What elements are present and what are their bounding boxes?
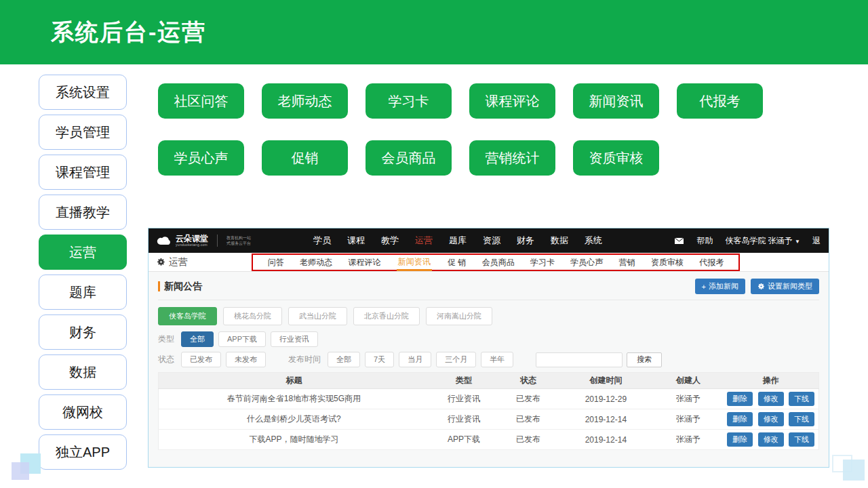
- subnav-item-member-products[interactable]: 会员商品: [482, 257, 515, 268]
- time-option-all[interactable]: 全部: [328, 352, 360, 367]
- feature-button-news[interactable]: 新闻资讯: [573, 83, 659, 119]
- status-option-published[interactable]: 已发布: [181, 352, 221, 367]
- edit-button[interactable]: 修改: [758, 432, 784, 447]
- school-tab-xiakedao[interactable]: 侠客岛学院: [158, 307, 217, 325]
- admin-nav-courses[interactable]: 课程: [347, 235, 365, 247]
- admin-body: 新闻公告 + 添加新闻 设置新闻类型 侠客岛学: [149, 272, 829, 450]
- school-tab-beijing-xiangshan[interactable]: 北京香山分院: [353, 307, 420, 325]
- subnav-item-study-card[interactable]: 学习卡: [530, 257, 555, 268]
- admin-subnav: 运营 问答 老师动态 课程评论 新闻资讯 促 销 会员商品 学习卡 学员心声 营…: [149, 253, 829, 272]
- feature-button-member-products[interactable]: 会员商品: [366, 140, 452, 176]
- set-news-type-button[interactable]: 设置新闻类型: [751, 279, 819, 294]
- delete-button[interactable]: 删除: [727, 392, 753, 406]
- school-tab-wudangshan[interactable]: 武当山分院: [288, 307, 347, 325]
- sidebar-item-system-settings[interactable]: 系统设置: [39, 75, 127, 110]
- type-option-all[interactable]: 全部: [181, 331, 214, 347]
- cell-created: 2019-12-14: [558, 409, 654, 430]
- sidebar-item-operations[interactable]: 运营: [39, 235, 127, 270]
- cell-title: 什么是剑桥少儿英语考试?: [159, 409, 429, 430]
- type-option-app-download[interactable]: APP下载: [218, 331, 266, 347]
- plus-icon: +: [702, 283, 706, 291]
- edit-button[interactable]: 修改: [758, 392, 784, 406]
- feature-button-student-voice[interactable]: 学员心声: [158, 140, 244, 176]
- admin-navbar: 云朵课堂 yunduoketang.com 教育机构一站 式服务云平台 学员 课…: [149, 228, 829, 253]
- subnav-item-marketing[interactable]: 营销: [619, 257, 635, 268]
- logo-text: 云朵课堂: [176, 235, 208, 243]
- feature-button-qualification-review[interactable]: 资质审核: [573, 140, 659, 176]
- type-filter-label: 类型: [158, 333, 174, 345]
- admin-nav-operations[interactable]: 运营: [415, 235, 433, 247]
- subnav-item-qualification-review[interactable]: 资质审核: [651, 257, 684, 268]
- feature-button-study-card[interactable]: 学习卡: [366, 83, 452, 119]
- feature-button-exam-registration[interactable]: 代报考: [677, 83, 763, 119]
- page: 系统后台-运营 系统设置 学员管理 课程管理 直播教学 运营 题库 财务 数据 …: [0, 0, 868, 488]
- table-header-row: 标题 类型 状态 创建时间 创建人 操作: [159, 373, 819, 389]
- feature-button-promotion[interactable]: 促销: [262, 140, 348, 176]
- school-tab-henan-songshan[interactable]: 河南嵩山分院: [426, 307, 492, 325]
- admin-nav-data[interactable]: 数据: [551, 235, 568, 247]
- subnav-item-promotion[interactable]: 促 销: [448, 257, 466, 268]
- section-accent-bar: [158, 281, 160, 291]
- time-option-half-year[interactable]: 半年: [481, 352, 513, 367]
- offline-button[interactable]: 下线: [789, 392, 814, 406]
- time-option-3months[interactable]: 三个月: [436, 352, 476, 367]
- decor-square-lavender: [12, 462, 29, 480]
- subnav-item-teacher-updates[interactable]: 老师动态: [300, 257, 332, 268]
- mail-icon[interactable]: [674, 237, 684, 245]
- help-link[interactable]: 帮助: [696, 235, 713, 247]
- offline-button[interactable]: 下线: [789, 412, 814, 426]
- admin-nav-finance[interactable]: 财务: [517, 235, 534, 247]
- admin-nav-items: 学员 课程 教学 运营 题库 资源 财务 数据 系统: [313, 235, 602, 247]
- col-header-title: 标题: [159, 373, 429, 389]
- sidebar-item-standalone-app[interactable]: 独立APP: [39, 434, 127, 470]
- cell-operations: 删除 修改 下线: [723, 430, 818, 450]
- admin-nav-system[interactable]: 系统: [585, 235, 602, 247]
- subnav-item-news[interactable]: 新闻资讯: [397, 253, 432, 271]
- cell-title: 春节前河南全省18地市将实现5G商用: [159, 389, 429, 409]
- sidebar-item-course-management[interactable]: 课程管理: [39, 155, 127, 190]
- admin-nav-students[interactable]: 学员: [313, 235, 331, 247]
- status-filter-label: 状态: [158, 354, 174, 365]
- add-news-button[interactable]: + 添加新闻: [695, 279, 745, 294]
- news-section-title: 新闻公告: [164, 281, 202, 293]
- chevron-down-icon: ▼: [795, 239, 800, 245]
- sidebar-item-finance[interactable]: 财务: [39, 314, 127, 350]
- table-row: 什么是剑桥少儿英语考试? 行业资讯 已发布 2019-12-14 张涵予 删除 …: [159, 409, 819, 430]
- offline-button[interactable]: 下线: [789, 432, 814, 447]
- sidebar-item-question-bank[interactable]: 题库: [39, 274, 127, 310]
- sidebar-item-micro-school[interactable]: 微网校: [39, 394, 127, 430]
- sidebar-item-data[interactable]: 数据: [39, 354, 127, 390]
- status-option-unpublished[interactable]: 未发布: [226, 352, 266, 367]
- delete-button[interactable]: 删除: [727, 412, 753, 426]
- search-button[interactable]: 搜索: [627, 352, 662, 367]
- admin-nav-resources[interactable]: 资源: [483, 235, 500, 247]
- logo-divider: [217, 235, 218, 247]
- subnav-item-student-voice[interactable]: 学员心声: [570, 257, 603, 268]
- col-header-status: 状态: [498, 373, 558, 389]
- subnav-item-course-comments[interactable]: 课程评论: [348, 257, 380, 268]
- subnav-item-exam-registration[interactable]: 代报考: [699, 257, 724, 268]
- type-option-industry-news[interactable]: 行业资讯: [271, 331, 318, 347]
- logout-link[interactable]: 退: [812, 235, 821, 247]
- cell-status: 已发布: [498, 409, 558, 430]
- feature-button-marketing-stats[interactable]: 营销统计: [469, 140, 555, 176]
- time-option-current-month[interactable]: 当月: [399, 352, 431, 367]
- feature-button-community-qa[interactable]: 社区问答: [158, 83, 244, 119]
- admin-nav-question-bank[interactable]: 题库: [449, 235, 467, 247]
- edit-button[interactable]: 修改: [758, 412, 784, 426]
- sidebar-item-live-teaching[interactable]: 直播教学: [39, 195, 127, 230]
- feature-button-course-comments[interactable]: 课程评论: [469, 83, 555, 119]
- news-table: 标题 类型 状态 创建时间 创建人 操作 春节前河南全省18地市将实现5G商用 …: [158, 372, 819, 450]
- feature-button-teacher-updates[interactable]: 老师动态: [262, 83, 348, 119]
- time-option-7days[interactable]: 7天: [365, 352, 394, 367]
- logo-subtext: yunduoketang.com: [176, 243, 208, 247]
- sidebar-item-student-management[interactable]: 学员管理: [39, 115, 127, 150]
- subnav-item-qa[interactable]: 问答: [268, 257, 284, 268]
- cell-type: 行业资讯: [429, 389, 498, 409]
- admin-nav-teaching[interactable]: 教学: [381, 235, 399, 247]
- col-header-created: 创建时间: [558, 373, 654, 389]
- delete-button[interactable]: 删除: [727, 432, 753, 447]
- search-input[interactable]: [536, 352, 623, 367]
- account-menu[interactable]: 侠客岛学院 张涵予 ▼: [725, 235, 800, 247]
- school-tab-taohuadao[interactable]: 桃花岛分院: [223, 307, 282, 325]
